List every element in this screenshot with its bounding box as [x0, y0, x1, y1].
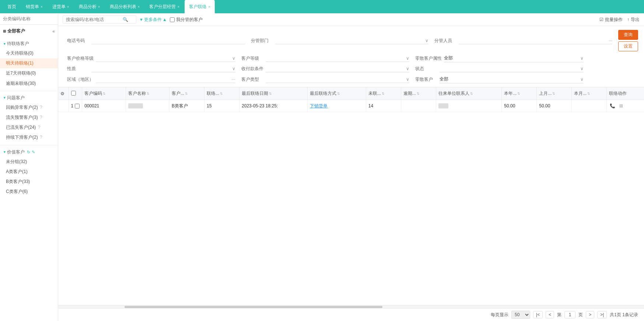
- col-customer-code: 客户编码 ⇅: [82, 87, 126, 100]
- next-page-btn[interactable]: >: [586, 311, 594, 318]
- pending-group-section: ▼ 待联络客户 今天待联络(0) 明天待联络(1) 近7天待联络(0) 逾期未联…: [0, 38, 58, 90]
- sidebar-item-unclassified[interactable]: 未分组(32): [0, 157, 58, 167]
- collapse-icon[interactable]: «: [52, 29, 55, 34]
- sidebar-item-churn-warning[interactable]: 流失预警客户(3) ?: [0, 113, 58, 122]
- help-icon-2[interactable]: ?: [40, 115, 42, 120]
- nav-home[interactable]: 首页: [3, 0, 21, 13]
- nav-purchase-order[interactable]: 进货单 ×: [48, 0, 74, 13]
- refresh-icon[interactable]: ↻: [27, 150, 30, 155]
- region-select[interactable]: ···: [96, 76, 235, 83]
- help-icon-1[interactable]: ?: [40, 105, 42, 110]
- more-conditions-btn[interactable]: ▼ 更多条件 ▲: [139, 17, 167, 23]
- retail-attr-chevron-icon: ∨: [580, 56, 584, 61]
- sidebar-item-overdue-pending[interactable]: 逾期未联络(30): [0, 79, 58, 89]
- sidebar-item-declining[interactable]: 持续下滑客户(2) ?: [0, 132, 58, 142]
- sidebar-item-repurchase-abnormal[interactable]: 回购异常客户(2) ?: [0, 103, 58, 113]
- retail-chevron-icon: ∨: [580, 77, 584, 82]
- row-this-year: 50.00: [502, 100, 537, 112]
- sort-code-icon[interactable]: ⇅: [103, 92, 106, 96]
- close-purchase-order-icon[interactable]: ×: [67, 5, 69, 9]
- last-method-link[interactable]: 下销货单: [310, 103, 328, 108]
- select-all-checkbox[interactable]: [71, 91, 76, 96]
- person-dots-icon: ···: [609, 38, 612, 43]
- filter-person: 分管人员 ···: [431, 37, 615, 44]
- col-customer-type: 客户... ⇅: [169, 87, 204, 100]
- first-page-btn[interactable]: |<: [533, 311, 543, 318]
- query-btn[interactable]: 查询: [618, 30, 638, 40]
- all-customers-title[interactable]: ⊞ 全部客户 «: [0, 26, 58, 36]
- retail-attr-select[interactable]: 全部 ∨: [444, 54, 584, 62]
- sidebar-search-input[interactable]: [3, 16, 58, 21]
- nav-product-analysis-list[interactable]: 商品分析列表 ×: [105, 0, 144, 13]
- help-icon-4[interactable]: ?: [40, 135, 42, 140]
- close-customer-contact-icon[interactable]: ×: [208, 5, 210, 9]
- sort-thismonth-icon[interactable]: ⇅: [587, 92, 590, 96]
- sidebar-item-class-c[interactable]: C类客户(6): [0, 187, 58, 197]
- status-select[interactable]: ∨: [440, 65, 584, 72]
- cust-level-select[interactable]: ∨: [266, 55, 410, 62]
- prev-page-btn[interactable]: <: [546, 311, 554, 318]
- nav-sales-order[interactable]: 销货单 ×: [21, 0, 47, 13]
- sort-overdue-icon[interactable]: ⇅: [417, 92, 420, 96]
- phone-input[interactable]: [91, 37, 245, 44]
- problem-group-section: ▼ 问题客户 回购异常客户(2) ? 流失预警客户(3) ? 已流失客户(24)…: [0, 92, 58, 144]
- sort-contact-icon[interactable]: ⇅: [220, 92, 223, 96]
- row-checkbox[interactable]: [75, 104, 80, 108]
- person-select[interactable]: ···: [459, 37, 612, 44]
- set-btn[interactable]: 设置: [618, 41, 638, 51]
- filter-cust-price: 客户价格等级 ∨: [64, 55, 238, 62]
- table-header-row: ⚙ 客户编码 ⇅ 客户名称: [58, 87, 644, 100]
- table-row: 1 000021 B类客户: [58, 100, 644, 112]
- export-btn[interactable]: ↑ 导出: [627, 17, 640, 23]
- search-icon[interactable]: 🔍: [123, 17, 128, 22]
- nav-customer-segmentation[interactable]: 客户分层经营 ×: [145, 0, 184, 13]
- cust-price-select[interactable]: ∨: [96, 55, 235, 62]
- filter-phone: 电话号码: [64, 37, 248, 44]
- call-icon[interactable]: 📞: [609, 103, 616, 109]
- sidebar-item-today-pending[interactable]: 今天待联络(0): [0, 48, 58, 58]
- batch-ops-btn[interactable]: ☑ 批量操作: [599, 17, 623, 23]
- search-input[interactable]: [66, 17, 121, 22]
- sort-uncontact-icon[interactable]: ⇅: [382, 92, 385, 96]
- sort-type-icon[interactable]: ⇅: [185, 92, 188, 96]
- customer-name-blurred: [128, 103, 143, 108]
- nav-product-analysis[interactable]: 商品分析 ×: [74, 0, 105, 13]
- region-dots-icon: ···: [232, 77, 235, 82]
- close-sales-order-icon[interactable]: ×: [41, 5, 43, 9]
- sort-lastmethod-icon[interactable]: ⇅: [337, 92, 340, 96]
- sort-name-icon[interactable]: ⇅: [147, 92, 150, 96]
- row-contact-count: 15: [204, 100, 239, 112]
- col-contact-person: 往来单位联系人 ⇅: [436, 87, 501, 100]
- gear-icon[interactable]: ⚙: [60, 91, 64, 96]
- horizontal-scrollbar[interactable]: [58, 305, 644, 308]
- sort-thisyear-icon[interactable]: ⇅: [517, 92, 520, 96]
- page-input[interactable]: [564, 311, 575, 318]
- sidebar-item-tomorrow-pending[interactable]: 明天待联络(1): [0, 58, 58, 68]
- retail-select[interactable]: 全部 ∨: [440, 75, 584, 83]
- scrollbar-thumb[interactable]: [125, 306, 382, 308]
- value-arrow-icon: ▼: [3, 150, 6, 154]
- last-page-btn[interactable]: >|: [597, 311, 607, 318]
- help-icon-3[interactable]: ?: [38, 125, 41, 130]
- dept-select[interactable]: ∨: [275, 37, 429, 44]
- close-product-analysis-icon[interactable]: ×: [98, 5, 100, 9]
- my-customers-checkbox[interactable]: 我分管的客户: [170, 17, 203, 23]
- my-customers-check[interactable]: [170, 17, 175, 22]
- sort-lastdate-icon[interactable]: ⇅: [269, 92, 272, 96]
- close-customer-seg-icon[interactable]: ×: [177, 5, 179, 9]
- nav-customer-contact[interactable]: 客户联络 ×: [185, 0, 215, 13]
- sidebar-item-churned[interactable]: 已流失客户(24) ?: [0, 122, 58, 132]
- sort-lastmonth-icon[interactable]: ⇅: [552, 92, 555, 96]
- qr-icon[interactable]: ⊞: [618, 103, 624, 109]
- col-overdue: 逾期... ⇅: [401, 87, 436, 100]
- per-page-select[interactable]: 50 100 200: [511, 311, 530, 319]
- gender-select[interactable]: ∨: [91, 65, 235, 72]
- sidebar-item-class-b[interactable]: B类客户(33): [0, 177, 58, 187]
- edit-icon[interactable]: ✎: [32, 150, 35, 155]
- sidebar-item-7days-pending[interactable]: 近7天待联络(0): [0, 68, 58, 78]
- sort-person-icon[interactable]: ⇅: [470, 92, 473, 96]
- sidebar-item-class-a[interactable]: A类客户(1): [0, 167, 58, 177]
- cust-type-select[interactable]: ∨: [266, 76, 410, 83]
- payment-select[interactable]: ∨: [266, 65, 410, 72]
- close-product-list-icon[interactable]: ×: [138, 5, 140, 9]
